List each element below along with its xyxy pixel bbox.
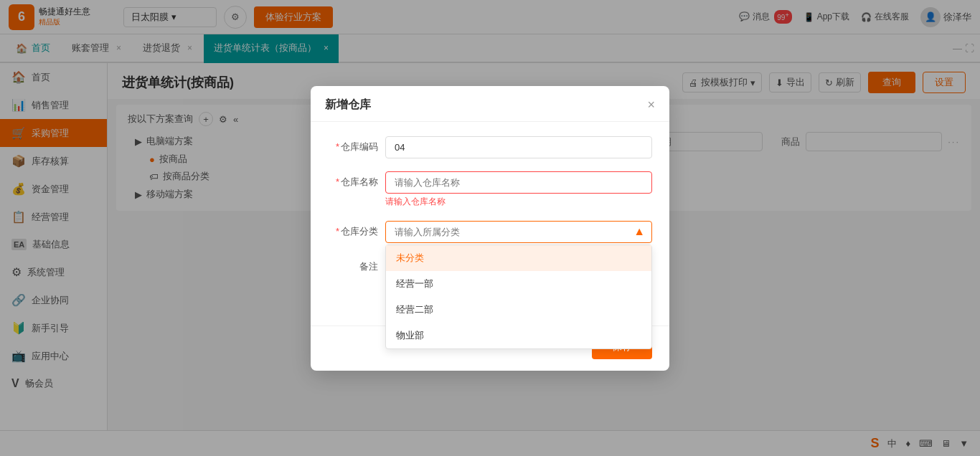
- category-field: ▲ 未分类 经营一部 经营二部 物业部: [385, 221, 652, 243]
- dropdown-item-2[interactable]: 经营二部: [386, 297, 651, 323]
- name-error-msg: 请输入仓库名称: [385, 196, 652, 208]
- note-label: 备注: [328, 256, 385, 273]
- name-input[interactable]: [385, 171, 652, 194]
- dialog-body: * 仓库编码 * 仓库名称 请输入仓库名称: [311, 122, 669, 326]
- code-field: [385, 136, 652, 158]
- category-label: * 仓库分类: [328, 221, 385, 238]
- dialog-title: 新增仓库: [325, 98, 371, 113]
- dialog-header: 新增仓库 ×: [311, 86, 669, 122]
- form-row-name: * 仓库名称 请输入仓库名称: [328, 171, 652, 208]
- dropdown-item-1[interactable]: 经营一部: [386, 271, 651, 297]
- name-label: * 仓库名称: [328, 171, 385, 189]
- form-row-code: * 仓库编码: [328, 136, 652, 158]
- code-label: * 仓库编码: [328, 136, 385, 153]
- dropdown-item-3[interactable]: 物业部: [386, 323, 651, 348]
- code-input[interactable]: [385, 136, 652, 158]
- dropdown-item-0[interactable]: 未分类: [386, 245, 651, 271]
- category-dropdown-list: 未分类 经营一部 经营二部 物业部: [385, 244, 652, 349]
- category-input-wrapper: ▲: [385, 221, 652, 243]
- category-dropdown-icon[interactable]: ▲: [633, 225, 645, 238]
- modal-overlay: 新增仓库 × * 仓库编码 * 仓库名称: [0, 0, 980, 456]
- new-warehouse-dialog: 新增仓库 × * 仓库编码 * 仓库名称: [311, 86, 669, 371]
- name-field: 请输入仓库名称: [385, 171, 652, 208]
- form-row-category: * 仓库分类 ▲ 未分类 经营一部 经营二部 物业部: [328, 221, 652, 243]
- category-input[interactable]: [385, 221, 652, 243]
- dialog-close-button[interactable]: ×: [647, 98, 655, 113]
